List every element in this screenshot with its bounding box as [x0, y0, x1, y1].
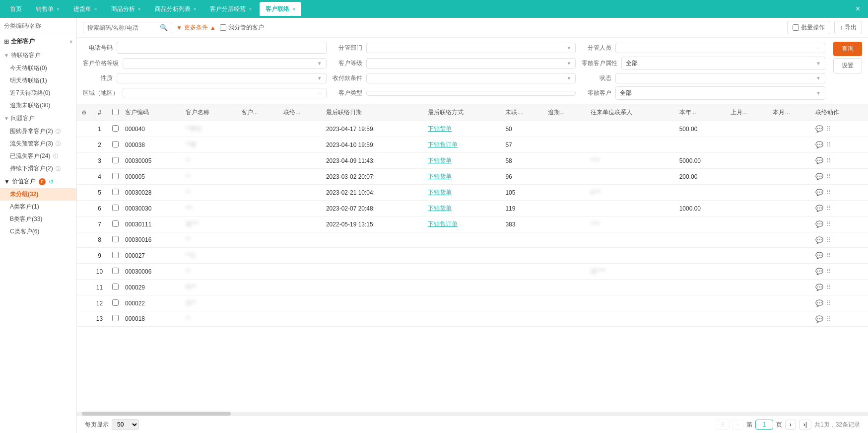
contact-method-link[interactable]: 下销货单 [428, 205, 452, 212]
sidebar-search-input[interactable] [4, 22, 77, 29]
col-contact[interactable]: 联络... [280, 104, 323, 121]
sidebar-item-overdue-waiting[interactable]: 逾期未联络(30) [0, 99, 76, 112]
qr-icon[interactable]: ⠿ [826, 189, 831, 196]
row-select-checkbox[interactable] [112, 268, 119, 274]
col-customer-type[interactable]: 客户... [238, 104, 281, 121]
tab-analysis[interactable]: 商品分析 × [105, 2, 147, 16]
col-year-amount[interactable]: 本年... [676, 104, 728, 121]
per-page-select[interactable]: 50 100 200 [112, 419, 139, 430]
search-icon[interactable]: 🔍 [160, 24, 168, 31]
row-checkbox-cell[interactable] [108, 311, 122, 327]
sidebar-group-problem-header[interactable]: ▼ 问题客户 [0, 112, 76, 125]
customer-type-select[interactable] [366, 91, 576, 96]
message-icon[interactable]: 💬 [815, 205, 823, 212]
sidebar-item-churn-warning[interactable]: 流失预警客户(3) ⓘ [0, 138, 76, 150]
row-checkbox-cell[interactable] [108, 232, 122, 248]
row-select-checkbox[interactable] [112, 220, 119, 227]
contact-method-link[interactable]: 下销售订单 [428, 141, 458, 148]
current-page-input[interactable] [755, 420, 773, 430]
sidebar-item-no-group[interactable]: 未分组(32) [0, 188, 76, 201]
close-analysis-list-tab[interactable]: × [194, 6, 197, 12]
message-icon[interactable]: 💬 [815, 141, 823, 148]
payment-select[interactable]: ▼ [366, 73, 576, 83]
last-page-button[interactable]: ›| [799, 420, 811, 430]
qr-icon[interactable]: ⠿ [826, 236, 831, 244]
contact-method-link[interactable]: 下销货单 [428, 173, 452, 180]
sidebar-item-7days-waiting[interactable]: 近7天待联络(0) [0, 87, 76, 99]
reset-button[interactable]: 设置 [833, 58, 862, 73]
batch-operation-button[interactable]: 批量操作 [787, 21, 830, 34]
col-not-contact[interactable]: 未联... [502, 104, 545, 121]
col-last-contact-date[interactable]: 最后联络日期 [323, 104, 425, 121]
message-icon[interactable]: 💬 [815, 173, 823, 180]
message-icon[interactable]: 💬 [815, 252, 823, 259]
row-select-checkbox[interactable] [112, 205, 119, 211]
row-last-contact-method[interactable] [425, 232, 502, 248]
table-settings-col[interactable]: ⚙ [77, 104, 91, 121]
row-checkbox-cell[interactable] [108, 169, 122, 185]
search-input[interactable] [87, 24, 157, 31]
qr-icon[interactable]: ⠿ [826, 157, 831, 164]
row-last-contact-method[interactable] [425, 264, 502, 280]
contact-method-link[interactable]: 下销货单 [428, 157, 452, 164]
row-last-contact-method[interactable] [425, 295, 502, 311]
message-icon[interactable]: 💬 [815, 284, 823, 291]
row-last-contact-method[interactable]: 下销售订单 [425, 137, 502, 153]
qr-icon[interactable]: ⠿ [826, 268, 831, 275]
row-select-checkbox[interactable] [112, 236, 119, 242]
my-customers-checkbox-area[interactable]: 我分管的客户 [220, 23, 264, 32]
row-checkbox-cell[interactable] [108, 153, 122, 169]
row-checkbox-cell[interactable] [108, 216, 122, 232]
close-customer-tier-tab[interactable]: × [249, 6, 252, 12]
next-page-button[interactable]: › [785, 420, 796, 430]
my-customers-checkbox[interactable] [220, 24, 226, 31]
sidebar-item-today-waiting[interactable]: 今天待联络(0) [0, 62, 76, 74]
close-analysis-tab[interactable]: × [138, 6, 141, 12]
more-conditions-button[interactable]: ▼ 更多条件 ▲ [176, 23, 216, 32]
row-select-checkbox[interactable] [112, 299, 119, 306]
scrollbar-thumb[interactable] [82, 412, 231, 416]
contact-method-link[interactable]: 下销货单 [428, 189, 452, 196]
sidebar-all-customers[interactable]: ⊞ 全部客户 « [0, 34, 76, 49]
select-all-checkbox[interactable] [112, 109, 119, 115]
contact-method-link[interactable]: 下销售订单 [428, 220, 458, 227]
message-icon[interactable]: 💬 [815, 157, 823, 164]
phone-input[interactable] [117, 42, 327, 54]
row-last-contact-method[interactable]: 下销货单 [425, 121, 502, 137]
col-last-month[interactable]: 上月... [728, 104, 770, 121]
row-last-contact-method[interactable] [425, 248, 502, 264]
row-checkbox-cell[interactable] [108, 137, 122, 153]
qr-icon[interactable]: ⠿ [826, 252, 831, 259]
tab-purchase[interactable]: 进货单 × [67, 2, 103, 16]
row-last-contact-method[interactable]: 下销售订单 [425, 216, 502, 232]
tab-customer-tier[interactable]: 客户分层经营 × [204, 2, 258, 16]
row-last-contact-method[interactable]: 下销货单 [425, 153, 502, 169]
row-checkbox-cell[interactable] [108, 201, 122, 216]
message-icon[interactable]: 💬 [815, 125, 823, 133]
qr-icon[interactable]: ⠿ [826, 299, 831, 307]
refresh-icon[interactable]: ↺ [49, 178, 54, 185]
nature-select[interactable]: ▼ [117, 73, 327, 83]
sidebar-item-declining[interactable]: 持续下滑客户(2) ⓘ [0, 162, 76, 175]
price-level-select[interactable]: ▼ [123, 58, 327, 69]
table-check-col[interactable] [108, 104, 122, 121]
qr-icon[interactable]: ⠿ [826, 205, 831, 212]
sidebar-item-churned[interactable]: 已流失客户(24) ⓘ [0, 150, 76, 162]
batch-op-checkbox[interactable] [793, 24, 799, 31]
qr-icon[interactable]: ⠿ [826, 315, 831, 323]
row-select-checkbox[interactable] [112, 157, 119, 163]
row-last-contact-method[interactable]: 下销货单 [425, 169, 502, 185]
message-icon[interactable]: 💬 [815, 268, 823, 275]
zero-attr-select[interactable]: 全部 ▼ [621, 57, 825, 70]
sidebar-item-hoarding-abnormal[interactable]: 囤购异常客户(2) ⓘ [0, 125, 76, 138]
sidebar-item-class-c[interactable]: C类客户(6) [0, 225, 76, 238]
row-checkbox-cell[interactable] [108, 185, 122, 201]
row-select-checkbox[interactable] [112, 173, 119, 179]
qr-icon[interactable]: ⠿ [826, 284, 831, 291]
window-close-button[interactable]: × [852, 4, 864, 13]
message-icon[interactable]: 💬 [815, 315, 823, 323]
row-checkbox-cell[interactable] [108, 121, 122, 137]
message-icon[interactable]: 💬 [815, 236, 823, 244]
row-select-checkbox[interactable] [112, 284, 119, 290]
sidebar-item-class-a[interactable]: A类客户(1) [0, 201, 76, 213]
